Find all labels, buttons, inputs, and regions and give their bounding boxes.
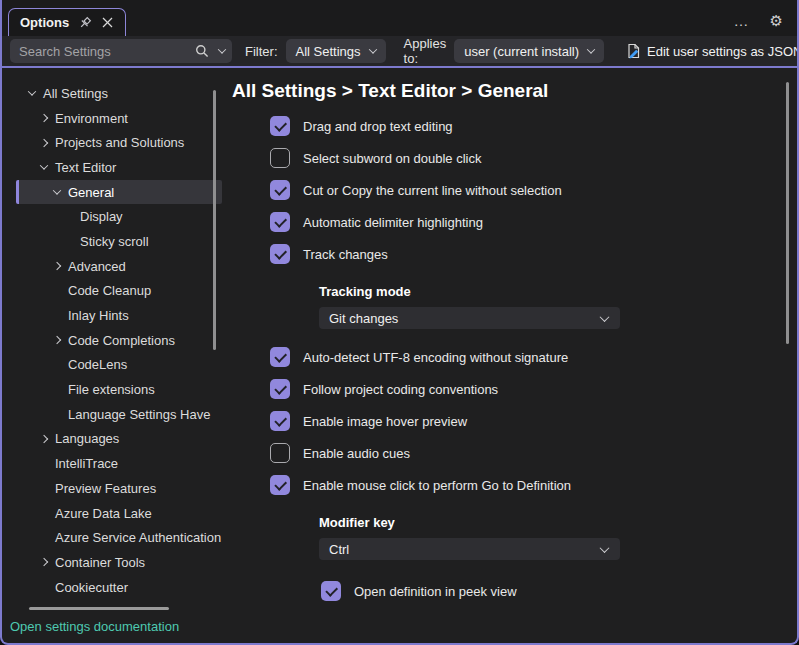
tree-chevron-box — [41, 164, 55, 170]
checked-checkbox[interactable] — [270, 379, 290, 399]
filter-dropdown[interactable]: All Settings — [286, 39, 386, 63]
sidebar-item-general[interactable]: General — [16, 180, 222, 205]
sidebar-item-label: Projects and Solutions — [55, 135, 184, 150]
checked-checkbox[interactable] — [270, 212, 290, 232]
chevron-right-icon[interactable] — [53, 336, 61, 344]
filter-value: All Settings — [296, 44, 361, 59]
sidebar-item-display[interactable]: Display — [16, 204, 222, 229]
unchecked-checkbox[interactable] — [270, 148, 290, 168]
chevron-right-icon[interactable] — [53, 262, 61, 270]
settings-toolbar: Filter: All Settings Applies to: user (c… — [2, 36, 797, 66]
tree-chevron-box — [41, 559, 55, 565]
sidebar-item-environment[interactable]: Environment — [16, 106, 222, 131]
setting-label: Follow project coding conventions — [303, 382, 498, 397]
search-input[interactable] — [19, 44, 195, 59]
sidebar-item-label: File extensions — [68, 382, 155, 397]
sidebar-item-code-cleanup[interactable]: Code Cleanup — [16, 279, 222, 304]
settings-sidebar: All SettingsEnvironmentProjects and Solu… — [2, 68, 224, 643]
close-icon[interactable] — [101, 16, 114, 29]
sidebar-item-intellitrace[interactable]: IntelliTrace — [16, 451, 222, 476]
sidebar-vertical-scrollbar[interactable] — [213, 90, 216, 350]
checked-checkbox[interactable] — [321, 581, 341, 601]
sidebar-item-label: Display — [80, 209, 123, 224]
chevron-down-icon[interactable] — [40, 162, 48, 170]
sidebar-item-label: Azure Data Lake — [55, 506, 152, 521]
setting-group-modifier-key: Modifier keyCtrl — [232, 515, 797, 560]
checked-checkbox[interactable] — [270, 347, 290, 367]
dropdown-tracking-mode[interactable]: Git changes — [319, 307, 620, 329]
chevron-right-icon[interactable] — [40, 435, 48, 443]
tree-chevron-box — [54, 263, 68, 269]
open-settings-documentation-link[interactable]: Open settings documentation — [10, 619, 179, 634]
search-box[interactable] — [10, 39, 232, 63]
chevron-down-icon[interactable] — [28, 88, 36, 96]
sidebar-item-label: Container Tools — [55, 555, 145, 570]
sidebar-item-label: All Settings — [43, 86, 108, 101]
search-options-chevron-icon[interactable] — [218, 45, 226, 53]
search-icon — [195, 44, 209, 58]
sidebar-item-all-settings[interactable]: All Settings — [16, 81, 222, 106]
setting-label: Select subword on double click — [303, 151, 482, 166]
checked-checkbox[interactable] — [270, 180, 290, 200]
overflow-menu-icon[interactable]: … — [734, 16, 750, 26]
setting-row-drag-and-drop-text-editing: Drag and drop text editing — [232, 110, 797, 142]
pin-icon[interactable] — [78, 16, 92, 30]
sidebar-horizontal-scrollbar[interactable] — [29, 607, 169, 610]
sidebar-item-preview-features[interactable]: Preview Features — [16, 476, 222, 501]
setting-label: Enable audio cues — [303, 446, 410, 461]
setting-label: Track changes — [303, 247, 388, 262]
applies-to-dropdown[interactable]: user (current install) — [454, 39, 604, 63]
sidebar-item-code-completions[interactable]: Code Completions — [16, 328, 222, 353]
sidebar-item-languages[interactable]: Languages — [16, 427, 222, 452]
checked-checkbox[interactable] — [270, 411, 290, 431]
unchecked-checkbox[interactable] — [270, 443, 290, 463]
chevron-down-icon — [600, 543, 610, 553]
chevron-right-icon[interactable] — [40, 138, 48, 146]
edit-json-button[interactable]: Edit user settings as JSON — [622, 43, 799, 59]
chevron-right-icon[interactable] — [40, 114, 48, 122]
setting-label: Cut or Copy the current line without sel… — [303, 183, 562, 198]
options-dialog: Options … ⚙ — [0, 0, 799, 645]
sidebar-item-inlay-hints[interactable]: Inlay Hints — [16, 303, 222, 328]
sidebar-item-label: Language Settings Have — [68, 407, 210, 422]
tab-title: Options — [20, 15, 69, 30]
setting-group-label: Modifier key — [319, 515, 797, 530]
sidebar-item-azure-data-lake[interactable]: Azure Data Lake — [16, 501, 222, 526]
sidebar-item-codelens[interactable]: CodeLens — [16, 353, 222, 378]
sidebar-item-label: CodeLens — [68, 357, 127, 372]
sidebar-item-file-extensions[interactable]: File extensions — [16, 377, 222, 402]
checked-checkbox[interactable] — [270, 475, 290, 495]
sidebar-item-label: Advanced — [68, 259, 126, 274]
tree-chevron-box — [41, 115, 55, 121]
sidebar-item-cookiecutter[interactable]: Cookiecutter — [16, 575, 222, 600]
sidebar-item-label: Preview Features — [55, 481, 156, 496]
tab-options[interactable]: Options — [8, 8, 126, 36]
gear-icon[interactable]: ⚙ — [770, 14, 783, 28]
setting-row-enable-image-hover-preview: Enable image hover preview — [232, 405, 797, 437]
sidebar-item-text-editor[interactable]: Text Editor — [16, 155, 222, 180]
setting-label: Enable image hover preview — [303, 414, 467, 429]
dropdown-modifier-key[interactable]: Ctrl — [319, 538, 620, 560]
checked-checkbox[interactable] — [270, 244, 290, 264]
sidebar-item-sticky-scroll[interactable]: Sticky scroll — [16, 229, 222, 254]
dropdown-value: Git changes — [329, 311, 398, 326]
sidebar-item-advanced[interactable]: Advanced — [16, 254, 222, 279]
chevron-right-icon[interactable] — [40, 558, 48, 566]
sidebar-item-azure-service-authentication[interactable]: Azure Service Authentication — [16, 525, 222, 550]
setting-row-cut-or-copy-the-current-line-without-selection: Cut or Copy the current line without sel… — [232, 174, 797, 206]
settings-list: Drag and drop text editingSelect subword… — [232, 110, 797, 607]
tree-chevron-box — [54, 189, 68, 195]
sidebar-item-container-tools[interactable]: Container Tools — [16, 550, 222, 575]
setting-row-enable-audio-cues: Enable audio cues — [232, 437, 797, 469]
chevron-down-icon[interactable] — [53, 186, 61, 194]
setting-row-auto-detect-utf-8-encoding-without-signature: Auto-detect UTF-8 encoding without signa… — [232, 341, 797, 373]
main-vertical-scrollbar[interactable] — [786, 82, 789, 344]
sidebar-item-language-settings-have[interactable]: Language Settings Have — [16, 402, 222, 427]
checked-checkbox[interactable] — [270, 116, 290, 136]
sidebar-item-projects-and-solutions[interactable]: Projects and Solutions — [16, 130, 222, 155]
applies-to-value: user (current install) — [464, 44, 579, 59]
setting-row-open-definition-in-peek-view: Open definition in peek view — [232, 575, 797, 607]
applies-to-label: Applies to: — [404, 36, 447, 66]
sidebar-item-label: Languages — [55, 431, 119, 446]
chevron-down-icon — [587, 45, 595, 53]
